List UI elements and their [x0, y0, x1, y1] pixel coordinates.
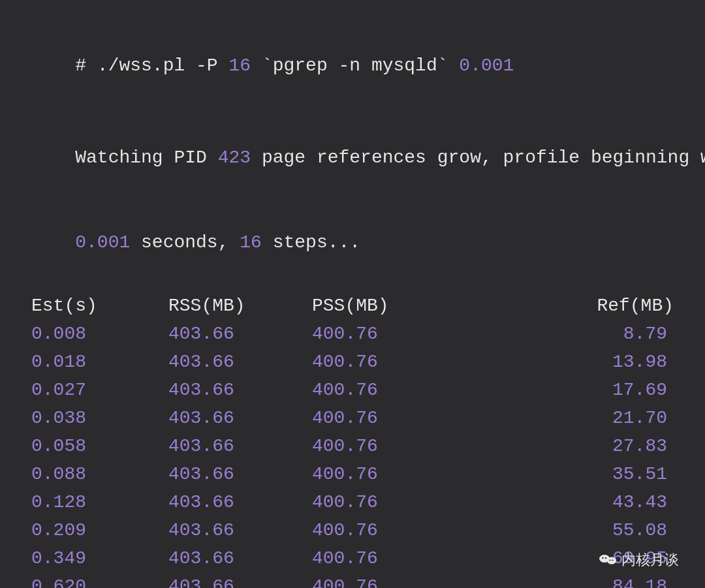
table-row: 0.027403.66400.7617.69: [31, 376, 674, 404]
config-line: 0.001 seconds, 16 steps...: [31, 200, 674, 285]
table-cell: 403.66: [162, 432, 306, 460]
config-val1: 0.001: [75, 232, 130, 253]
table-cell: 403.66: [162, 544, 306, 572]
table-row: 0.349403.66400.7669.95: [31, 544, 674, 572]
table-cell: 21.70: [436, 404, 674, 432]
table-cell: 84.18: [436, 572, 674, 588]
table-cell: 55.08: [436, 516, 674, 544]
config-val2: 16: [240, 232, 262, 253]
table-cell: 17.69: [436, 376, 674, 404]
table-row: 0.058403.66400.7627.83: [31, 432, 674, 460]
table-cell: 403.66: [162, 572, 306, 588]
svg-point-3: [605, 557, 606, 559]
table-cell: 0.209: [31, 516, 162, 544]
table-cell: 400.76: [306, 516, 436, 544]
table-cell: 0.620: [31, 572, 162, 588]
command-prefix: # ./wss.pl -P: [75, 55, 228, 76]
table-row: 0.008403.66400.768.79: [31, 320, 674, 348]
table-cell: 403.66: [162, 516, 306, 544]
watching-text1: Watching PID: [75, 147, 217, 168]
table-cell: 0.058: [31, 432, 162, 460]
watermark: 内核月谈: [598, 550, 679, 570]
svg-point-4: [609, 559, 610, 561]
table-header-row: Est(s) RSS(MB) PSS(MB) Ref(MB): [31, 292, 674, 320]
table-cell: 403.66: [162, 348, 306, 376]
table-cell: 403.66: [162, 376, 306, 404]
svg-point-1: [607, 557, 616, 565]
table-cell: 0.088: [31, 460, 162, 488]
data-table: Est(s) RSS(MB) PSS(MB) Ref(MB) 0.008403.…: [31, 292, 674, 588]
command-num1: 16: [228, 55, 251, 76]
watermark-text: 内核月谈: [621, 550, 679, 570]
watching-pid: 423: [218, 147, 251, 168]
table-cell: 400.76: [306, 460, 436, 488]
svg-point-5: [612, 559, 613, 561]
table-row: 0.038403.66400.7621.70: [31, 404, 674, 432]
col-header-ref: Ref(MB): [436, 292, 674, 320]
table-row: 0.620403.66400.7684.18: [31, 572, 674, 588]
table-cell: 0.027: [31, 376, 162, 404]
table-cell: 13.98: [436, 348, 674, 376]
table-cell: 400.76: [306, 348, 436, 376]
table-cell: 0.018: [31, 348, 162, 376]
table-cell: 400.76: [306, 432, 436, 460]
watching-line: Watching PID 423 page references grow, p…: [31, 115, 674, 200]
table-cell: 403.66: [162, 488, 306, 516]
table-cell: 8.79: [436, 320, 674, 348]
command-num2: 0.001: [459, 55, 514, 76]
watching-text2: page references grow, profile beginning …: [251, 147, 705, 168]
table-cell: 0.038: [31, 404, 162, 432]
wechat-icon: [598, 550, 618, 570]
col-header-est: Est(s): [31, 292, 162, 320]
table-cell: 400.76: [306, 572, 436, 588]
table-cell: 400.76: [306, 544, 436, 572]
table-row: 0.209403.66400.7655.08: [31, 516, 674, 544]
table-row: 0.088403.66400.7635.51: [31, 460, 674, 488]
config-text2: steps...: [262, 232, 360, 253]
table-cell: 400.76: [306, 488, 436, 516]
col-header-pss: PSS(MB): [306, 292, 436, 320]
table-cell: 400.76: [306, 404, 436, 432]
table-cell: 403.66: [162, 320, 306, 348]
table-cell: 0.008: [31, 320, 162, 348]
terminal-window: # ./wss.pl -P 16 `pgrep -n mysqld` 0.001…: [0, 0, 705, 588]
table-cell: 403.66: [162, 460, 306, 488]
table-cell: 400.76: [306, 320, 436, 348]
table-cell: 35.51: [436, 460, 674, 488]
table-cell: 403.66: [162, 404, 306, 432]
svg-point-2: [602, 557, 603, 559]
table-cell: 43.43: [436, 488, 674, 516]
table-row: 0.018403.66400.7613.98: [31, 348, 674, 376]
command-line: # ./wss.pl -P 16 `pgrep -n mysqld` 0.001: [31, 23, 674, 108]
col-header-rss: RSS(MB): [162, 292, 306, 320]
table-cell: 27.83: [436, 432, 674, 460]
table-row: 0.128403.66400.7643.43: [31, 488, 674, 516]
command-middle: `pgrep -n mysqld`: [251, 55, 459, 76]
table-cell: 0.128: [31, 488, 162, 516]
table-cell: 0.349: [31, 544, 162, 572]
config-text1: seconds,: [130, 232, 240, 253]
table-cell: 400.76: [306, 376, 436, 404]
